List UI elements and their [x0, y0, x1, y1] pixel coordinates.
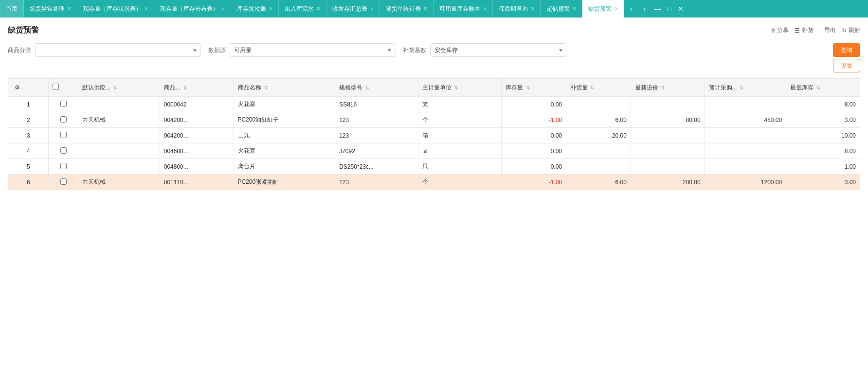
page-title: 缺货预警	[8, 25, 39, 35]
tab-close-abnormal[interactable]: ×	[68, 5, 71, 12]
tab-expiry[interactable]: 保质期查询 ×	[493, 0, 541, 18]
tab-close-available[interactable]: ×	[483, 5, 487, 12]
row-latestprice	[631, 143, 705, 159]
row-supplier	[78, 159, 160, 175]
th-spec[interactable]: 规格型号 ⇅	[335, 79, 418, 97]
row-code: 004200...	[160, 128, 234, 143]
tab-close-window-button[interactable]: ✕	[675, 0, 687, 18]
refresh-icon: ↻	[842, 27, 847, 34]
page-header: 缺货预警 ⎘ 分享 ☰ 补货 ↓ 导出 ↻ 刷新	[8, 25, 860, 35]
tab-close-stock-status[interactable]: ×	[145, 5, 148, 12]
th-latestprice[interactable]: 最新进价 ⇅	[631, 79, 705, 97]
sort-name-icon: ⇅	[264, 85, 268, 90]
datasource-select[interactable]: 可用量 ▾	[230, 43, 395, 57]
row-checkbox-1[interactable]	[60, 116, 67, 123]
row-spec: J7092	[335, 143, 418, 159]
row-checkbox-3[interactable]	[60, 147, 67, 154]
tab-close-shortage[interactable]: ×	[615, 5, 618, 12]
filter-actions: 查询 设置	[833, 43, 860, 72]
tab-stock-status[interactable]: 现存量（库存状况表） ×	[77, 0, 154, 18]
row-unit: 只	[418, 159, 501, 175]
replenish-button[interactable]: ☰ 补货	[795, 26, 814, 35]
th-replenish[interactable]: 补货量 ⇅	[566, 79, 631, 97]
th-unit[interactable]: 主计量单位 ⇅	[418, 79, 501, 97]
replenish-base-chevron-icon: ▾	[559, 47, 562, 53]
th-supplier[interactable]: 默认供应... ⇅	[78, 79, 160, 97]
tab-prev-button[interactable]: ‹	[624, 0, 638, 18]
tab-close-inout[interactable]: ×	[317, 5, 320, 12]
share-icon: ⎘	[772, 27, 775, 34]
settings-gear-icon[interactable]: ⚙	[12, 83, 22, 92]
row-stock: 0.00	[502, 128, 566, 143]
row-checkbox-0[interactable]	[60, 101, 67, 107]
row-name: PC200张紧油缸	[234, 175, 335, 190]
th-stock[interactable]: 库存量 ⇅	[502, 79, 566, 97]
tab-close-overstock[interactable]: ×	[573, 5, 576, 12]
tab-home[interactable]: 首页	[0, 0, 24, 18]
row-num: 2	[8, 112, 49, 128]
filter-section: 商品分类 ▾ 数据源 可用量 ▾ 补货基数 安全库存	[8, 43, 860, 72]
row-latestprice: 80.00	[631, 112, 705, 128]
row-minstock: 10.00	[786, 128, 860, 143]
row-spec: 123	[335, 128, 418, 143]
row-stock: -1.00	[502, 175, 566, 190]
th-name[interactable]: 商品名称 ⇅	[234, 79, 335, 97]
category-label: 商品分类	[8, 46, 31, 54]
row-latestprice	[631, 128, 705, 143]
row-minstock: 3.00	[786, 175, 860, 190]
replenish-base-select-wrap: 安全库存 ▾	[430, 43, 566, 57]
data-table: ⚙ 默认供应... ⇅ 商品... ⇅ 商品名称 ⇅ 规格	[8, 78, 860, 190]
row-name: PC200油缸缸子	[234, 112, 335, 128]
tab-next-button[interactable]: ›	[638, 0, 651, 18]
main-content: 缺货预警 ⎘ 分享 ☰ 补货 ↓ 导出 ↻ 刷新 商品分类	[0, 18, 868, 387]
query-button[interactable]: 查询	[833, 43, 860, 57]
table-header-row: ⚙ 默认供应... ⇅ 商品... ⇅ 商品名称 ⇅ 规格	[8, 79, 860, 97]
row-supplier: 力天机械	[78, 112, 160, 128]
replenish-icon: ☰	[795, 27, 800, 34]
tab-close-stock-dist[interactable]: ×	[221, 5, 225, 12]
row-unit: 个	[418, 112, 501, 128]
tab-stock-dist[interactable]: 现存量（库存分布表） ×	[154, 0, 231, 18]
row-latestprice: 200.00	[631, 175, 705, 190]
row-spec: DS250*23c...	[335, 159, 418, 175]
tab-close-expiry[interactable]: ×	[531, 5, 534, 12]
tab-collection[interactable]: 收发存汇总表 ×	[326, 0, 380, 18]
refresh-button[interactable]: ↻ 刷新	[842, 26, 860, 35]
tab-close-batch[interactable]: ×	[269, 5, 272, 12]
category-select[interactable]: ▾	[35, 43, 200, 57]
share-button[interactable]: ⎘ 分享	[772, 26, 789, 35]
tab-minimize-button[interactable]: —	[651, 0, 663, 18]
row-checkbox-2[interactable]	[60, 132, 67, 138]
th-estpurchase[interactable]: 预计采购... ⇅	[705, 79, 786, 97]
tab-overstock[interactable]: 超储预警 ×	[541, 0, 582, 18]
tab-available[interactable]: 可用量库存账本 ×	[434, 0, 493, 18]
row-checkbox-4[interactable]	[60, 163, 67, 169]
table-row: 5 004800... 离合片 DS250*23c... 只 0.00 1.00	[8, 159, 860, 175]
settings-button[interactable]: 设置	[833, 59, 860, 72]
tab-close-collection[interactable]: ×	[370, 5, 374, 12]
row-name: 火花塞	[234, 97, 335, 112]
row-name: 离合片	[234, 159, 335, 175]
th-minstock[interactable]: 最低库存 ⇅	[786, 79, 860, 97]
th-code[interactable]: 商品... ⇅	[160, 79, 234, 97]
tab-inout[interactable]: 出入库流水 ×	[279, 0, 326, 18]
row-unit: 个	[418, 175, 501, 190]
datasource-select-wrap: 可用量 ▾	[230, 43, 395, 57]
tab-abnormal[interactable]: 炼货异常处理 ×	[24, 0, 77, 18]
tab-close-order-stat[interactable]: ×	[424, 5, 427, 12]
tab-order-stat[interactable]: 要货单统计表 ×	[380, 0, 434, 18]
row-minstock: 1.00	[786, 159, 860, 175]
row-minstock: 8.00	[786, 143, 860, 159]
row-spec: SS816	[335, 97, 418, 112]
select-all-checkbox[interactable]	[53, 84, 59, 90]
export-button[interactable]: ↓ 导出	[819, 26, 836, 35]
tab-batch[interactable]: 库存批次账 ×	[231, 0, 279, 18]
row-num: 4	[8, 143, 49, 159]
table-row: 6 力天机械 801110... PC200张紧油缸 123 个 -1.00 6…	[8, 175, 860, 190]
tab-maximize-button[interactable]: □	[663, 0, 675, 18]
replenish-base-select[interactable]: 安全库存 ▾	[430, 43, 566, 57]
row-supplier	[78, 143, 160, 159]
row-num: 6	[8, 175, 49, 190]
row-checkbox-5[interactable]	[60, 178, 67, 185]
tab-shortage[interactable]: 缺货预警 ×	[582, 0, 624, 18]
